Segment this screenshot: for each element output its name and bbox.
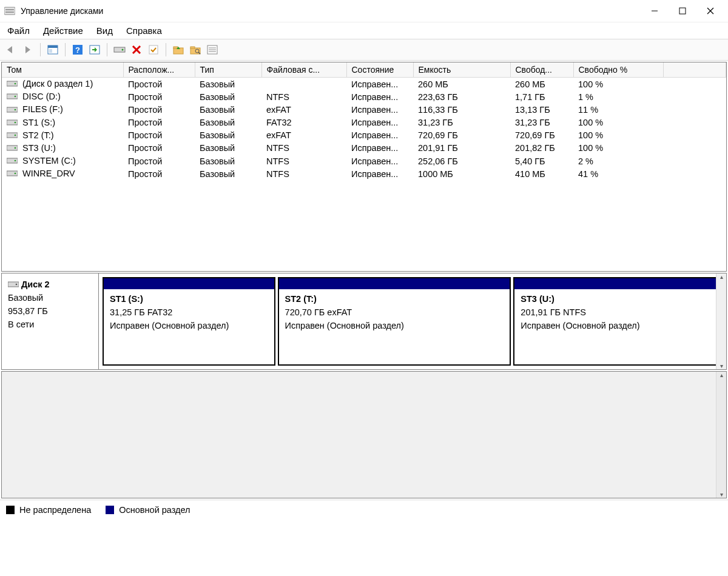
cell-capacity: 720,69 ГБ xyxy=(413,129,510,142)
partition-stripe xyxy=(279,278,510,289)
cell-capacity: 223,63 ГБ xyxy=(413,90,510,103)
partition-title: ST3 (U:) xyxy=(521,293,715,306)
col-free[interactable]: Свобод... xyxy=(510,62,573,78)
volume-icon xyxy=(7,169,18,179)
menu-file[interactable]: Файл xyxy=(7,25,30,36)
cell-status: Исправен... xyxy=(346,155,413,167)
menu-action[interactable]: Действие xyxy=(43,25,83,36)
partition[interactable]: ST1 (S:)31,25 ГБ FAT32Исправен (Основной… xyxy=(103,277,275,366)
partition-title: ST1 (S:) xyxy=(110,293,268,306)
rescan-disks-button[interactable] xyxy=(112,42,127,57)
volume-icon xyxy=(7,156,18,166)
volume-header-row[interactable]: Том Располож... Тип Файловая с... Состоя… xyxy=(2,62,726,78)
delete-button[interactable] xyxy=(129,42,144,57)
folder-up-button[interactable] xyxy=(171,42,186,57)
table-row[interactable]: ST3 (U:)ПростойБазовыйNTFSИсправен...201… xyxy=(2,142,726,155)
table-row[interactable]: ST1 (S:)ПростойБазовыйFAT32Исправен...31… xyxy=(2,116,726,129)
cell-layout: Простой xyxy=(123,90,195,103)
volume-table[interactable]: Том Располож... Тип Файловая с... Состоя… xyxy=(2,62,726,180)
back-button[interactable] xyxy=(4,42,18,57)
swatch-primary-icon xyxy=(106,506,114,514)
window-title: Управление дисками xyxy=(21,6,103,16)
disk-icon xyxy=(8,279,19,292)
menu-help[interactable]: Справка xyxy=(126,25,162,36)
partition-size: 720,70 ГБ exFAT xyxy=(285,306,504,320)
cell-fs: exFAT xyxy=(261,129,346,142)
help-button[interactable]: ? xyxy=(70,42,85,57)
scrollbar[interactable]: ▴▾ xyxy=(716,372,726,498)
table-row[interactable]: ST2 (T:)ПростойБазовыйexFATИсправен...72… xyxy=(2,129,726,142)
partition[interactable]: ST2 (T:)720,70 ГБ exFATИсправен (Основно… xyxy=(278,277,511,366)
cell-volume: FILES (F:) xyxy=(2,103,123,116)
col-type[interactable]: Тип xyxy=(195,62,261,78)
table-row[interactable]: (Диск 0 раздел 1)ПростойБазовыйИсправен.… xyxy=(2,78,726,91)
cell-freepct: 100 % xyxy=(573,116,663,129)
volume-icon xyxy=(7,118,18,128)
cell-capacity: 260 МБ xyxy=(413,78,510,91)
partition-status: Исправен (Основной раздел) xyxy=(110,320,268,333)
table-row[interactable]: SYSTEM (C:)ПростойБазовыйNTFSИсправен...… xyxy=(2,155,726,167)
show-hide-console-tree-button[interactable] xyxy=(46,42,60,57)
volume-icon xyxy=(7,144,18,153)
col-layout[interactable]: Располож... xyxy=(123,62,195,78)
cell-volume: ST3 (U:) xyxy=(2,142,123,155)
table-row[interactable]: WINRE_DRVПростойБазовыйNTFSИсправен...10… xyxy=(2,167,726,180)
col-volume[interactable]: Том xyxy=(2,62,123,78)
table-row[interactable]: FILES (F:)ПростойБазовыйexFATИсправен...… xyxy=(2,103,726,116)
cell-free: 720,69 ГБ xyxy=(510,129,573,142)
partition-title: ST2 (T:) xyxy=(285,293,504,306)
volume-icon xyxy=(7,105,18,115)
svg-point-34 xyxy=(15,83,16,85)
cell-volume: ST2 (T:) xyxy=(2,129,123,142)
col-status[interactable]: Состояние xyxy=(346,62,413,78)
cell-status: Исправен... xyxy=(346,116,413,129)
partition-size: 31,25 ГБ FAT32 xyxy=(110,306,268,320)
svg-rect-2 xyxy=(5,12,14,13)
col-fs[interactable]: Файловая с... xyxy=(261,62,346,78)
col-freepct[interactable]: Свободно % xyxy=(573,62,663,78)
col-capacity[interactable]: Емкость xyxy=(413,62,510,78)
partition[interactable]: ST3 (U:)201,91 ГБ NTFSИсправен (Основной… xyxy=(513,277,723,366)
col-blank[interactable] xyxy=(663,62,726,78)
cell-free: 31,23 ГБ xyxy=(510,116,573,129)
disk-name: Диск 2 xyxy=(21,280,50,289)
window-controls xyxy=(641,2,724,20)
volume-list-pane: Том Располож... Тип Файловая с... Состоя… xyxy=(1,62,727,272)
partitions-container: ST1 (S:)31,25 ГБ FAT32Исправен (Основной… xyxy=(99,273,726,369)
properties-button[interactable] xyxy=(146,42,161,57)
svg-point-48 xyxy=(15,173,16,175)
lower-pane: ▴▾ xyxy=(1,371,727,498)
cell-free: 5,40 ГБ xyxy=(510,155,573,167)
cell-free: 260 МБ xyxy=(510,78,573,91)
svg-rect-10 xyxy=(48,45,58,48)
disk-row[interactable]: Диск 2 Базовый 953,87 ГБ В сети ST1 (S:)… xyxy=(2,273,726,369)
cell-freepct: 11 % xyxy=(573,103,663,116)
svg-point-18 xyxy=(122,49,124,51)
scrollbar[interactable]: ▴▾ xyxy=(716,273,726,369)
cell-freepct: 100 % xyxy=(573,142,663,155)
table-row[interactable]: DISC (D:)ПростойБазовыйNTFSИсправен...22… xyxy=(2,90,726,103)
svg-point-38 xyxy=(15,109,16,110)
cell-type: Базовый xyxy=(195,129,261,142)
disk-header[interactable]: Диск 2 Базовый 953,87 ГБ В сети xyxy=(2,273,99,369)
disk-state: В сети xyxy=(8,318,92,332)
cell-capacity: 1000 МБ xyxy=(413,167,510,180)
cell-layout: Простой xyxy=(123,155,195,167)
cell-free: 1,71 ГБ xyxy=(510,90,573,103)
list-view-button[interactable] xyxy=(205,42,220,57)
svg-point-36 xyxy=(15,96,16,98)
forward-button[interactable] xyxy=(21,42,35,57)
svg-rect-4 xyxy=(679,8,686,14)
menu-view[interactable]: Вид xyxy=(96,25,113,36)
cell-freepct: 1 % xyxy=(573,90,663,103)
maximize-button[interactable] xyxy=(669,2,696,20)
minimize-button[interactable] xyxy=(641,2,669,20)
folder-search-button[interactable] xyxy=(188,42,203,57)
legend-unallocated: Не распределена xyxy=(19,505,91,515)
cell-volume: ST1 (S:) xyxy=(2,116,123,129)
cell-layout: Простой xyxy=(123,129,195,142)
close-button[interactable] xyxy=(696,2,724,20)
partition-status: Исправен (Основной раздел) xyxy=(521,320,715,333)
cell-fs: NTFS xyxy=(261,90,346,103)
refresh-button[interactable] xyxy=(87,42,102,57)
